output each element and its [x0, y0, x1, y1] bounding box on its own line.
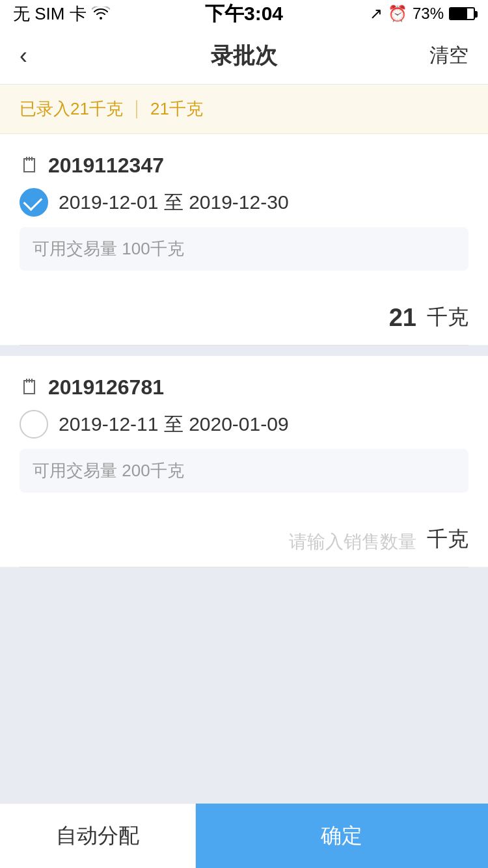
batch-1-id: 2019112347: [48, 154, 164, 178]
batch-1-row: 2019-12-01 至 2019-12-30: [20, 188, 468, 217]
auto-distribute-label: 自动分配: [56, 822, 139, 850]
batch-item-2: 🗒 2019126781 2019-12-11 至 2020-01-09 可用交…: [0, 356, 488, 512]
batch-doc-icon-2: 🗒: [20, 375, 40, 400]
confirm-label: 确定: [321, 822, 362, 850]
batch-1-header: 🗒 2019112347: [20, 154, 468, 178]
alarm-icon: ⏰: [388, 5, 407, 23]
batch-2-available: 可用交易量 200千克: [20, 449, 468, 493]
auto-distribute-button[interactable]: 自动分配: [0, 804, 196, 868]
batch-2-id: 2019126781: [48, 375, 164, 400]
status-left: 无 SIM 卡: [13, 3, 110, 25]
info-banner: 已录入21千克 21千克: [0, 85, 488, 134]
unit-label-2: 千克: [427, 525, 468, 554]
quantity-row-2: 千克: [0, 512, 488, 567]
main-content: 已录入21千克 21千克 🗒 2019112347 2019-12-01 至 2…: [0, 85, 488, 868]
status-right: ↗ ⏰ 73%: [370, 5, 475, 23]
page-title: 录批次: [211, 41, 277, 71]
banner-divider: [136, 100, 137, 118]
quantity-input-1[interactable]: [286, 304, 416, 332]
batch-item-1: 🗒 2019112347 2019-12-01 至 2019-12-30 可用交…: [0, 134, 488, 290]
status-bar: 无 SIM 卡 下午3:04 ↗ ⏰ 73%: [0, 0, 488, 27]
status-time: 下午3:04: [205, 1, 283, 27]
nav-bar: ‹ 录批次 清空: [0, 27, 488, 85]
batch-2-date: 2019-12-11 至 2020-01-09: [59, 411, 289, 438]
quantity-row-1: 千克: [0, 290, 488, 345]
bottom-bar: 自动分配 确定: [0, 803, 488, 868]
batch-doc-icon-1: 🗒: [20, 154, 40, 178]
location-icon: ↗: [370, 5, 383, 23]
section-divider: [0, 346, 488, 356]
battery-text: 73%: [413, 5, 444, 23]
battery-icon: [449, 7, 475, 20]
wifi-icon: [92, 4, 110, 24]
batch-2-radio[interactable]: [20, 410, 48, 439]
batch-2-row: 2019-12-11 至 2020-01-09: [20, 410, 468, 439]
back-button[interactable]: ‹: [20, 42, 59, 70]
recorded-label: 已录入21千克: [20, 98, 123, 120]
carrier-text: 无 SIM 卡: [13, 3, 87, 25]
batch-1-radio[interactable]: [20, 188, 48, 217]
recorded-value: 21千克: [150, 98, 203, 120]
batch-2-header: 🗒 2019126781: [20, 375, 468, 400]
unit-label-1: 千克: [427, 303, 468, 332]
batch-1-date: 2019-12-01 至 2019-12-30: [59, 189, 289, 216]
clear-button[interactable]: 清空: [429, 42, 468, 69]
batch-1-available: 可用交易量 100千克: [20, 227, 468, 271]
empty-area: [0, 567, 488, 828]
quantity-input-2[interactable]: [286, 526, 416, 554]
confirm-button[interactable]: 确定: [196, 804, 488, 868]
